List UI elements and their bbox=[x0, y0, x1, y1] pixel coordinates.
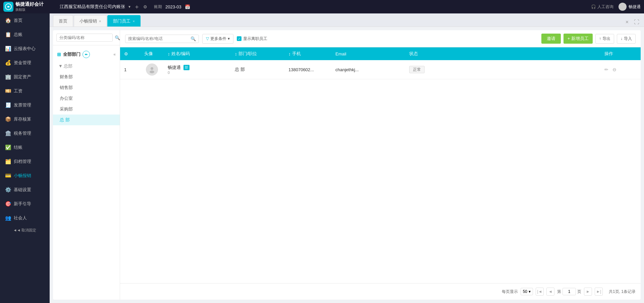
sidebar-item-payroll[interactable]: 💴 工资 bbox=[0, 84, 50, 98]
prev-page-btn[interactable]: ◄ bbox=[546, 288, 554, 296]
per-page-select[interactable]: 50 ▾ bbox=[521, 288, 533, 295]
service-btn[interactable]: 🎧 人工咨询 bbox=[591, 4, 613, 10]
sidebar-item-expense[interactable]: 💳 小畅报销 bbox=[0, 169, 50, 183]
export-btn[interactable]: ↑ 导出 bbox=[595, 34, 614, 44]
sidebar-item-reports[interactable]: 📊 云报表中心 bbox=[0, 42, 50, 56]
next-page-btn[interactable]: ► bbox=[584, 288, 592, 296]
dept-search-input[interactable] bbox=[56, 34, 113, 42]
add-emp-btn[interactable]: + 新增员工 bbox=[564, 34, 593, 44]
page-suffix: 页 bbox=[577, 289, 581, 295]
main-layout: 🏠 首页 📋 总账 📊 云报表中心 💰 资金管理 🏢 固定资产 💴 工资 🧾 发… bbox=[0, 13, 644, 303]
sidebar-label-tax: 税务管理 bbox=[14, 130, 31, 136]
emp-panel: 🔍 ▽ 更多条件 ▾ ✓ 显示离职员工 邀请 bbox=[120, 30, 641, 300]
avatar-circle bbox=[146, 63, 158, 76]
row-status: 正常 bbox=[405, 63, 600, 76]
dept-node-hq[interactable]: 总 部 bbox=[53, 115, 120, 125]
all-dept-header[interactable]: ⊞ 全部部门 ✏ « bbox=[53, 48, 120, 61]
page-input-wrap: 第 页 bbox=[557, 288, 581, 295]
tab-home-label: 首页 bbox=[59, 18, 67, 24]
logo: 畅捷通好会计 旗舰版 bbox=[3, 1, 53, 12]
row-dept: 总 部 bbox=[231, 63, 284, 76]
page-label: 第 bbox=[557, 289, 561, 295]
closing-icon: ✅ bbox=[5, 144, 11, 150]
company-dropdown[interactable]: ▾ bbox=[128, 4, 130, 9]
invite-btn[interactable]: 邀请 bbox=[541, 34, 561, 44]
assets-icon: 🏢 bbox=[5, 74, 11, 80]
dept-node-office[interactable]: 办公室 bbox=[53, 93, 120, 104]
dept-node-sales[interactable]: 销售部 bbox=[53, 82, 120, 93]
tab-expense[interactable]: 小畅报销 × bbox=[74, 15, 107, 27]
unpin-btn[interactable]: ◄◄ 取消固定 bbox=[0, 225, 50, 235]
first-page-btn[interactable]: |◄ bbox=[536, 288, 544, 296]
dept-parent-hq[interactable]: ▼ 总部 bbox=[53, 61, 120, 72]
tax-icon: 🏛️ bbox=[5, 130, 11, 136]
dept-node-purchase[interactable]: 采购部 bbox=[53, 104, 120, 115]
gear-icon: ⚙️ bbox=[5, 187, 11, 193]
tab-expand-icon[interactable]: ⛶ bbox=[633, 18, 641, 27]
sidebar-item-guide[interactable]: 🎯 新手引导 bbox=[0, 197, 50, 211]
emp-search-input[interactable] bbox=[128, 36, 189, 41]
sidebar-label-home: 首页 bbox=[14, 17, 22, 24]
import-btn[interactable]: ↓ 导入 bbox=[617, 34, 636, 44]
logo-icon bbox=[3, 2, 13, 12]
col-settings[interactable]: ⚙ bbox=[120, 47, 140, 60]
dept-panel: 🔍 ⊞ 全部部门 ✏ « ▼ 总部 财务部 销售部 办公室 采购部 总 部 bbox=[53, 30, 120, 300]
dept-node-finance[interactable]: 财务部 bbox=[53, 72, 120, 82]
filter-icon: ▽ bbox=[206, 36, 209, 41]
per-page-label: 每页显示 bbox=[502, 289, 518, 295]
sidebar-item-inventory[interactable]: 📦 库存核算 bbox=[0, 112, 50, 126]
table-header: ⚙ 头像 ↕ 姓名/编码 ↕ 部门/职位 ↕ 手机 Email 状态 bbox=[120, 47, 641, 60]
settings-icon[interactable]: ⚙ bbox=[143, 4, 147, 9]
edit-icon[interactable]: ✏ bbox=[604, 67, 608, 72]
period-label: 账期 bbox=[154, 4, 162, 10]
add-company-btn[interactable]: ＋ bbox=[134, 3, 140, 11]
sidebar-item-home[interactable]: 🏠 首页 bbox=[0, 13, 50, 28]
row-phone: 138070602... bbox=[284, 64, 331, 76]
home-icon: 🏠 bbox=[5, 17, 11, 24]
show-resigned-label: 显示离职员工 bbox=[243, 36, 267, 42]
emp-search-icon[interactable]: 🔍 bbox=[191, 36, 196, 41]
invoice-icon: 🧾 bbox=[5, 102, 11, 108]
filter-label: 更多条件 bbox=[210, 36, 226, 42]
pagination: 每页显示 50 ▾ |◄ ◄ 第 页 ► ►| 共1页, 1条记录 bbox=[120, 283, 641, 300]
sidebar-item-invoice[interactable]: 🧾 发票管理 bbox=[0, 98, 50, 112]
tab-close-icon[interactable]: × bbox=[624, 18, 630, 27]
import-icon: ↓ bbox=[621, 36, 623, 41]
collapse-btn[interactable]: « bbox=[113, 52, 116, 57]
edit-dept-icon[interactable]: ✏ bbox=[83, 51, 90, 58]
search-icon[interactable]: 🔍 bbox=[115, 35, 120, 40]
sidebar-label-settings: 基础设置 bbox=[14, 187, 31, 193]
sidebar-item-tax[interactable]: 🏛️ 税务管理 bbox=[0, 126, 50, 140]
sidebar-item-social[interactable]: 👥 社会人 bbox=[0, 211, 50, 225]
col-dept: ↕ 部门/职位 bbox=[231, 47, 284, 60]
guide-icon: 🎯 bbox=[5, 201, 11, 207]
tab-home[interactable]: 首页 bbox=[53, 15, 73, 27]
tab-dept[interactable]: 部门员工 × bbox=[107, 15, 140, 27]
sidebar-label-invoice: 发票管理 bbox=[14, 102, 31, 108]
sidebar-item-assets[interactable]: 🏢 固定资产 bbox=[0, 70, 50, 84]
checkbox: ✓ bbox=[237, 36, 241, 41]
calendar-icon[interactable]: 📅 bbox=[185, 4, 190, 9]
page-input[interactable] bbox=[562, 288, 576, 295]
sidebar-label-ledger: 总账 bbox=[14, 32, 22, 38]
sidebar-item-closing[interactable]: ✅ 结账 bbox=[0, 140, 50, 155]
per-page-value: 50 bbox=[523, 289, 527, 294]
last-page-btn[interactable]: ►| bbox=[595, 288, 603, 296]
grid-icon: ⊞ bbox=[57, 52, 61, 57]
topbar: 畅捷通好会计 旗舰版 江西服宝精品有限责任公司内账张 ▾ ＋ ⚙ 账期 2023… bbox=[0, 0, 644, 13]
company-name: 江西服宝精品有限责任公司内账张 bbox=[60, 4, 125, 10]
sidebar-label-reports: 云报表中心 bbox=[14, 46, 36, 52]
sidebar-item-funds[interactable]: 💰 资金管理 bbox=[0, 56, 50, 70]
sidebar-item-ledger[interactable]: 📋 总账 bbox=[0, 28, 50, 42]
sidebar-item-settings[interactable]: ⚙️ 基础设置 bbox=[0, 183, 50, 197]
show-resigned-checkbox[interactable]: ✓ 显示离职员工 bbox=[237, 36, 267, 42]
import-label: 导入 bbox=[624, 36, 632, 42]
filter-btn[interactable]: ▽ 更多条件 ▾ bbox=[202, 34, 233, 44]
emp-table: ⚙ 头像 ↕ 姓名/编码 ↕ 部门/职位 ↕ 手机 Email 状态 bbox=[120, 47, 641, 283]
tab-dept-close[interactable]: × bbox=[132, 19, 135, 23]
logout-icon[interactable]: ⊖ bbox=[612, 67, 616, 72]
inventory-icon: 📦 bbox=[5, 116, 11, 122]
tab-expense-close[interactable]: × bbox=[99, 19, 101, 23]
sidebar-item-archive[interactable]: 🗂️ 归档管理 bbox=[0, 155, 50, 169]
row-name: 畅捷通 部 0 bbox=[164, 61, 231, 78]
